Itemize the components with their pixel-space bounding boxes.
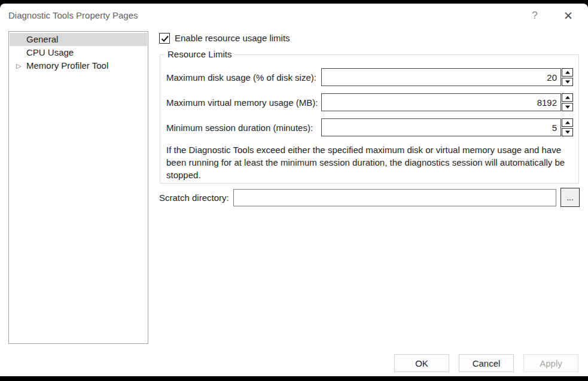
tree-item-label: Memory Profiler Tool xyxy=(26,60,108,71)
close-button[interactable]: ✕ xyxy=(557,6,579,25)
arrow-up-icon xyxy=(565,71,570,74)
resource-limits-description: If the Diagnostic Tools exceed either th… xyxy=(166,144,573,181)
close-icon: ✕ xyxy=(563,10,573,22)
tree-item-label: General xyxy=(26,34,58,44)
max-virtual-memory-spinner xyxy=(562,93,573,111)
tree-item-label: CPU Usage xyxy=(26,47,74,57)
spin-down-button[interactable] xyxy=(562,103,573,111)
arrow-down-icon xyxy=(565,131,570,134)
arrow-up-icon xyxy=(565,96,570,99)
help-button[interactable]: ? xyxy=(524,6,546,25)
cancel-button[interactable]: Cancel xyxy=(459,354,514,372)
tree-item-general[interactable]: General xyxy=(10,33,147,46)
browse-button[interactable]: ... xyxy=(560,188,580,207)
dialog-window: Diagnostic Tools Property Pages ? ✕ Gene… xyxy=(0,4,588,376)
check-icon xyxy=(160,33,170,44)
enable-limits-label: Enable resource usage limits xyxy=(175,33,290,43)
group-title: Resource Limits xyxy=(165,49,234,59)
scratch-directory-input[interactable] xyxy=(233,189,556,206)
max-disk-usage-label: Maximum disk usage (% of disk size): xyxy=(166,72,316,83)
resource-limits-group: Resource Limits Maximum disk usage (% of… xyxy=(160,54,579,184)
enable-limits-checkbox[interactable] xyxy=(159,33,170,44)
min-session-duration-input[interactable] xyxy=(321,118,561,136)
ok-button[interactable]: OK xyxy=(394,354,449,372)
arrow-down-icon xyxy=(565,81,570,84)
min-session-duration-spinner xyxy=(562,118,573,136)
max-virtual-memory-field[interactable] xyxy=(321,93,573,111)
max-virtual-memory-label: Maximum virtual memory usage (MB): xyxy=(166,97,318,108)
arrow-down-icon xyxy=(565,106,570,109)
spin-up-button[interactable] xyxy=(562,68,573,77)
expander-icon[interactable]: ▷ xyxy=(16,59,21,72)
scratch-directory-label: Scratch directory: xyxy=(159,193,229,203)
spin-down-button[interactable] xyxy=(562,78,573,86)
spin-up-button[interactable] xyxy=(562,118,573,127)
min-session-duration-label: Minimum session duration (minutes): xyxy=(166,123,313,133)
max-disk-usage-input[interactable] xyxy=(321,68,561,86)
spin-down-button[interactable] xyxy=(562,128,573,136)
max-disk-usage-spinner xyxy=(562,68,573,86)
help-icon: ? xyxy=(532,10,537,21)
min-session-duration-field[interactable] xyxy=(321,118,573,136)
tree-item-memory-profiler-tool[interactable]: ▷ Memory Profiler Tool xyxy=(10,59,147,72)
window-title: Diagnostic Tools Property Pages xyxy=(8,10,138,20)
spin-up-button[interactable] xyxy=(562,93,573,102)
category-tree: General CPU Usage ▷ Memory Profiler Tool xyxy=(8,31,148,344)
max-disk-usage-field[interactable] xyxy=(321,68,573,86)
max-virtual-memory-input[interactable] xyxy=(321,93,561,111)
apply-button[interactable]: Apply xyxy=(523,354,578,372)
arrow-up-icon xyxy=(565,121,570,124)
tree-item-cpu-usage[interactable]: CPU Usage xyxy=(10,46,147,59)
